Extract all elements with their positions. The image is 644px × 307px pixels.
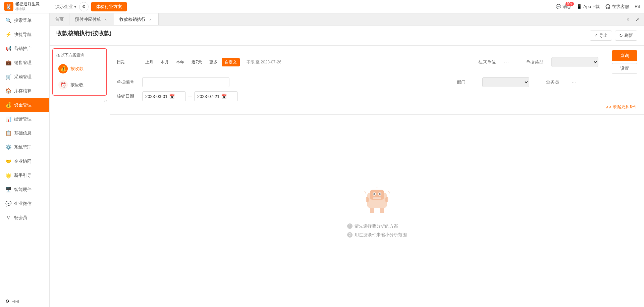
- sidebar-label: 采购管理: [14, 74, 32, 80]
- date-range-text: 不限 至 2023-07-26: [247, 59, 281, 65]
- message-icon: 💬: [556, 4, 561, 9]
- tab-prepay[interactable]: 预付冲应付单 ×: [69, 13, 114, 25]
- date-custom[interactable]: 自定义: [222, 58, 240, 66]
- tab-close-all-btn[interactable]: ×: [624, 15, 632, 23]
- doc-num-input[interactable]: [142, 77, 229, 87]
- sidebar-item-purchase[interactable]: 🛒 采购管理: [0, 70, 49, 84]
- query-button[interactable]: 查询: [612, 50, 637, 61]
- tab-home-label: 首页: [55, 16, 64, 22]
- service-icon: 🎧: [605, 4, 610, 9]
- filter-section: 日期 上月 本月 本年 近7天 更多 自定义 不限 至 2023-07-26: [110, 46, 644, 115]
- message-btn[interactable]: 💬 消息 99+: [556, 4, 571, 10]
- verify-start-date[interactable]: 2023-03-01 📅: [142, 91, 186, 101]
- start-calendar-icon[interactable]: 📅: [169, 94, 175, 99]
- purchase-icon: 🛒: [5, 74, 11, 80]
- tip-num-2: 2: [347, 232, 353, 238]
- sidebar-item-marketing[interactable]: 📢 营销推广: [0, 42, 49, 56]
- svg-text:~: ~: [376, 186, 378, 190]
- query-by-receivable[interactable]: ⏰ 按应收: [53, 77, 106, 93]
- settings-icon[interactable]: ⚙: [5, 299, 9, 304]
- sidebar-item-hardware[interactable]: 🖥️ 智能硬件: [0, 183, 49, 197]
- svg-rect-6: [373, 197, 381, 199]
- sidebar-item-search[interactable]: 🔍 搜索菜单: [0, 13, 49, 28]
- sidebar-item-finance[interactable]: 💰 资金管理: [0, 98, 49, 112]
- empty-state: ? ? ~ 1 请先选择要分析的方案 2 用过滤条件来缩小分析范围: [110, 115, 644, 307]
- search-icon: 🔍: [5, 17, 11, 23]
- tab-collection[interactable]: 收款核销执行 ×: [114, 13, 159, 25]
- empty-illustration: ? ? ~: [360, 183, 394, 216]
- sales-dots[interactable]: ···: [572, 79, 577, 85]
- dept-select[interactable]: [482, 77, 529, 87]
- sidebar-item-sales[interactable]: 💼 销售管理: [0, 56, 49, 70]
- collapse-panel-btn[interactable]: »: [104, 98, 107, 104]
- member-icon: V: [5, 215, 11, 221]
- query-collection-label: 按收款: [70, 66, 84, 72]
- sidebar-item-enterprise[interactable]: 🤝 企业协同: [0, 154, 49, 168]
- company-selector[interactable]: 演示企业 ▾: [55, 4, 76, 10]
- query-panel-box: 按以下方案查询 💰 按收款 ⏰ 按应收: [52, 48, 107, 96]
- collapse-sidebar-btn[interactable]: ◀◀: [12, 299, 19, 304]
- sidebar-item-guide[interactable]: 🌟 新手引导: [0, 168, 49, 183]
- sidebar-item-basic[interactable]: 📋 基础信息: [0, 126, 49, 140]
- sidebar-label: 企业微信: [14, 201, 32, 207]
- main-content: 按以下方案查询 💰 按收款 ⏰ 按应收 »: [50, 46, 644, 307]
- gear-button[interactable]: ⚙: [79, 2, 89, 11]
- doc-type-select[interactable]: [551, 57, 598, 67]
- sidebar-label: 快捷导航: [14, 32, 32, 38]
- end-calendar-icon[interactable]: 📅: [221, 94, 227, 99]
- date-7days[interactable]: 近7天: [189, 58, 205, 66]
- left-query-panel: 按以下方案查询 💰 按收款 ⏰ 按应收 »: [50, 46, 110, 307]
- industry-button[interactable]: 体验行业方案: [91, 2, 127, 11]
- tab-collection-close[interactable]: ×: [148, 17, 153, 22]
- date-filter-label: 日期: [117, 59, 136, 65]
- sidebar-item-wechat[interactable]: 💬 企业微信: [0, 197, 49, 211]
- hardware-icon: 🖥️: [5, 187, 11, 193]
- content-area: 首页 预付冲应付单 × 收款核销执行 × × ⤢ 收款核销执行(按收款): [50, 13, 644, 307]
- sidebar-item-member[interactable]: V 畅会员: [0, 211, 49, 225]
- collapse-up-icon: ∧∧: [606, 105, 612, 109]
- sidebar-label: 智能硬件: [14, 187, 32, 193]
- verify-date-label: 核销日期: [117, 93, 136, 99]
- export-btn[interactable]: ↗ 导出: [590, 31, 612, 41]
- verify-end-date[interactable]: 2023-07-21 📅: [194, 91, 238, 101]
- sidebar-label: 营销推广: [14, 46, 32, 52]
- collapse-more-btn[interactable]: ∧∧ 收起更多条件: [117, 103, 637, 111]
- sales-label: 业务员: [546, 79, 565, 85]
- date-more[interactable]: 更多: [206, 58, 220, 66]
- sidebar-item-system[interactable]: ⚙️ 系统管理: [0, 140, 49, 154]
- query-by-collection[interactable]: 💰 按收款: [53, 61, 106, 77]
- quicknav-icon: ⚡: [5, 32, 11, 38]
- setting-button[interactable]: 设置: [612, 63, 637, 74]
- counterpart-dots[interactable]: ···: [504, 59, 509, 65]
- app-download-btn[interactable]: 📱 App下载: [577, 4, 600, 10]
- online-service-btn[interactable]: 🎧 在线客服: [605, 4, 629, 10]
- user-name: Rit: [635, 4, 640, 9]
- refresh-btn[interactable]: ↻ 刷新: [615, 31, 637, 41]
- tab-expand-btn[interactable]: ⤢: [633, 15, 641, 23]
- top-bar-right: 💬 消息 99+ 📱 App下载 🎧 在线客服 Rit: [556, 4, 640, 10]
- empty-tips: 1 请先选择要分析的方案 2 用过滤条件来缩小分析范围: [347, 222, 407, 239]
- svg-rect-8: [385, 197, 388, 202]
- date-last-month[interactable]: 上月: [142, 58, 156, 66]
- user-menu[interactable]: Rit: [635, 4, 640, 9]
- app-icon: 📱: [577, 4, 582, 9]
- verify-date-range: 2023-03-01 📅 — 2023-07-21 📅: [142, 91, 238, 101]
- operation-icon: 📊: [5, 116, 11, 122]
- tab-collection-label: 收款核销执行: [119, 16, 146, 22]
- date-this-year[interactable]: 本年: [173, 58, 187, 66]
- refresh-icon: ↻: [619, 33, 623, 38]
- filter-row-3: 核销日期 2023-03-01 📅 — 2023-07-21 📅: [117, 91, 637, 101]
- chevron-down-icon: ▾: [74, 4, 76, 9]
- tab-home[interactable]: 首页: [50, 13, 69, 25]
- svg-rect-10: [380, 208, 384, 213]
- tab-prepay-close[interactable]: ×: [103, 17, 108, 22]
- sidebar-label: 经营管理: [14, 116, 32, 122]
- date-this-month[interactable]: 本月: [158, 58, 172, 66]
- sidebar-label: 库存核算: [14, 88, 32, 94]
- sidebar-item-operation[interactable]: 📊 经营管理: [0, 112, 49, 126]
- sidebar-item-quicknav[interactable]: ⚡ 快捷导航: [0, 28, 49, 42]
- sidebar-item-inventory[interactable]: 🏠 库存核算: [0, 84, 49, 98]
- filter-row-2: 单据编号 部门 业务员 ···: [117, 77, 637, 87]
- basic-icon: 📋: [5, 130, 11, 136]
- filter-row-1: 日期 上月 本月 本年 近7天 更多 自定义 不限 至 2023-07-26: [117, 50, 637, 74]
